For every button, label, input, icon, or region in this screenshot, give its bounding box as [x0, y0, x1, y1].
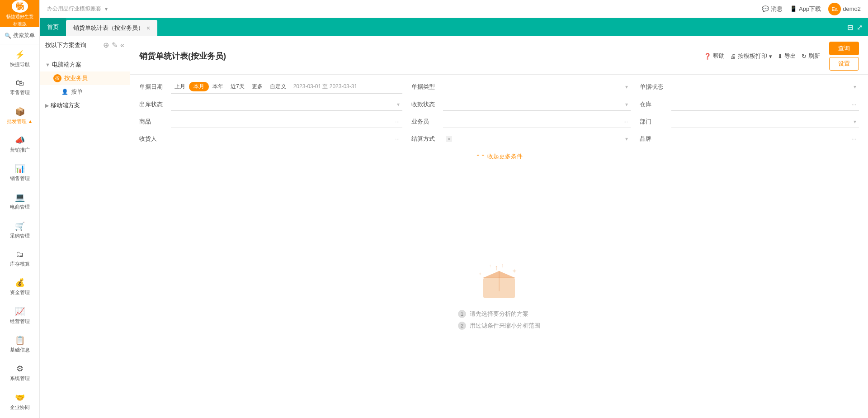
- tree-group-desktop: ▼ 电脑端方案 按 按业务员 👤 按单: [40, 58, 130, 99]
- sales-label: 销售管理: [10, 175, 30, 181]
- settlement-label: 结算方式: [411, 135, 443, 143]
- quick-nav-label: 快捷导航: [10, 61, 30, 67]
- department-label: 部门: [640, 118, 671, 126]
- sidebar-item-operations[interactable]: 📈 经营管理: [0, 301, 39, 330]
- collapse-row: ⌃⌃ 收起更多条件: [139, 150, 859, 163]
- help-action[interactable]: ❓ 帮助: [704, 52, 725, 60]
- settlement-control[interactable]: × ▾: [443, 133, 631, 145]
- tab-close-icon[interactable]: ×: [146, 24, 150, 32]
- sidebar-item-collab[interactable]: 🤝 企业协同: [0, 387, 39, 416]
- sidebar-logo[interactable]: 畅 畅捷通好生意 标准版: [0, 0, 39, 27]
- sidebar-item-basic[interactable]: 📋 基础信息: [0, 330, 39, 358]
- settlement-clear-icon[interactable]: ×: [446, 136, 452, 142]
- ecommerce-label: 电商管理: [10, 204, 30, 210]
- sidebar-item-system[interactable]: ⚙ 系统管理: [0, 358, 39, 387]
- filter-row-1: 单据日期 上月 本月 本年 近7天 更多 自定义 2023-03-01 至 20…: [139, 80, 859, 94]
- tree-group-mobile-label: 移动端方案: [51, 101, 80, 109]
- refresh-action[interactable]: ↻ 刷新: [802, 52, 820, 60]
- filter-doc-type: 单据类型 ▾: [411, 81, 631, 93]
- sidebar: 畅 畅捷通好生意 标准版 🔍 搜索菜单 ⚡ 快捷导航 🛍 零售管理 📦 批发管理…: [0, 0, 40, 418]
- marketing-label: 营销推广: [10, 147, 30, 153]
- tree-group-desktop-header[interactable]: ▼ 电脑端方案: [40, 58, 130, 71]
- basic-icon: 📋: [15, 335, 25, 345]
- receipt-status-control[interactable]: ▾: [443, 98, 631, 111]
- tab-expand: ⊟ ⤢: [847, 23, 868, 32]
- app-download-icon: 📱: [790, 5, 797, 12]
- breadcrumb-text[interactable]: 办公用品行业模拟账套: [47, 5, 101, 13]
- date-btn-last7[interactable]: 近7天: [227, 82, 248, 91]
- user-action[interactable]: Ea demo2: [828, 3, 861, 15]
- app-download-action[interactable]: 📱 App下载: [790, 5, 821, 13]
- sidebar-item-marketing[interactable]: 📣 营销推广: [0, 130, 39, 158]
- tab-active[interactable]: 销货单统计表（按业务员） ×: [66, 20, 157, 36]
- tab-home[interactable]: 首页: [40, 18, 66, 36]
- tab-minimize-icon[interactable]: ⊟: [847, 23, 853, 32]
- sidebar-item-sales[interactable]: 📊 销售管理: [0, 158, 39, 187]
- sidebar-item-inventory[interactable]: 🗂 库存核算: [0, 244, 39, 272]
- sub-child-label-order: 按单: [71, 88, 83, 96]
- tree-group-mobile-header[interactable]: ▶ 移动端方案: [40, 99, 130, 112]
- inventory-label: 库存核算: [10, 261, 30, 267]
- message-label: 消息: [771, 5, 783, 13]
- content-wrapper: 按以下方案查询 ⊕ ✎ « ▼ 电脑端方案 按 按业务员: [40, 36, 868, 418]
- message-action[interactable]: 💬 消息: [762, 5, 783, 13]
- brand-control[interactable]: ···: [671, 133, 859, 145]
- logo-icon: 畅: [12, 0, 28, 13]
- filter-row-3: 商品 ··· 业务员 ··· 部门: [139, 115, 859, 128]
- doc-type-control[interactable]: ▾: [443, 81, 631, 93]
- export-action[interactable]: ⬇ 导出: [778, 52, 796, 60]
- date-btn-more[interactable]: 更多: [248, 82, 266, 91]
- page-header: 销货单统计表(按业务员) ❓ 帮助 🖨 按模板打印 ▾ ⬇ 导出: [130, 36, 868, 75]
- department-control[interactable]: ▾: [671, 115, 859, 128]
- collapse-panel-icon[interactable]: «: [120, 41, 124, 49]
- date-btn-this-month[interactable]: 本月: [189, 82, 209, 91]
- breadcrumb-arrow: ▾: [105, 6, 108, 12]
- sidebar-item-newbie[interactable]: 🎯 新手引导: [0, 416, 39, 418]
- export-icon: ⬇: [778, 53, 783, 60]
- product-control[interactable]: ···: [171, 115, 402, 128]
- date-btn-custom[interactable]: 自定义: [266, 82, 290, 91]
- filter-product: 商品 ···: [139, 115, 402, 128]
- tree-arrow-mobile: ▶: [45, 103, 49, 109]
- operations-label: 经营管理: [10, 318, 30, 324]
- collapse-label: 收起更多条件: [487, 152, 523, 161]
- collapse-button[interactable]: ⌃⌃ 收起更多条件: [476, 152, 523, 161]
- basic-label: 基础信息: [10, 347, 30, 353]
- warehouse-control[interactable]: ···: [671, 98, 859, 111]
- doc-status-control[interactable]: ▾: [671, 81, 859, 93]
- out-status-control[interactable]: ▾: [171, 98, 402, 111]
- print-action[interactable]: 🖨 按模板打印 ▾: [730, 52, 772, 60]
- sidebar-item-retail[interactable]: 🛍 零售管理: [0, 73, 39, 101]
- filter-staff: 业务员 ···: [411, 115, 631, 128]
- sidebar-item-purchase[interactable]: 🛒 采购管理: [0, 216, 39, 244]
- right-panel: 销货单统计表(按业务员) ❓ 帮助 🖨 按模板打印 ▾ ⬇ 导出: [130, 36, 868, 418]
- sidebar-item-ecommerce[interactable]: 💻 电商管理: [0, 187, 39, 215]
- tree-child-by-staff[interactable]: 按 按业务员: [40, 71, 130, 85]
- sidebar-search[interactable]: 🔍 搜索菜单: [0, 27, 39, 44]
- edit-scheme-icon[interactable]: ✎: [112, 41, 118, 49]
- date-btn-this-year[interactable]: 本年: [209, 82, 227, 91]
- wholesale-icon: 📦: [15, 107, 25, 117]
- filter-warehouse: 仓库 ···: [640, 98, 859, 111]
- date-btn-last-month[interactable]: 上月: [171, 82, 189, 91]
- left-panel-header: 按以下方案查询 ⊕ ✎ «: [40, 36, 130, 54]
- left-panel-actions: ⊕ ✎ «: [103, 41, 124, 49]
- query-button[interactable]: 查询: [829, 42, 859, 55]
- tab-expand-icon[interactable]: ⤢: [857, 23, 863, 32]
- tree-sub-child-order[interactable]: 👤 按单: [40, 85, 130, 99]
- consignee-control[interactable]: ···: [171, 133, 402, 145]
- filter-row-2: 出库状态 ▾ 收款状态 ▾ 仓库: [139, 98, 859, 111]
- hint-num-2: 2: [458, 322, 466, 330]
- sidebar-item-wholesale[interactable]: 📦 批发管理 ▲: [0, 101, 39, 130]
- left-panel-title: 按以下方案查询: [45, 41, 86, 49]
- settings-button[interactable]: 设置: [829, 57, 859, 71]
- empty-svg: ↑ ↑ ↑ ✦ ✦: [472, 257, 526, 303]
- sidebar-item-finance[interactable]: 💰 资金管理: [0, 272, 39, 301]
- filter-row-4: 收货人 ··· 结算方式 × ▾: [139, 133, 859, 145]
- add-scheme-icon[interactable]: ⊕: [103, 41, 109, 49]
- date-range-text: 2023-03-01 至 2023-03-31: [293, 83, 357, 90]
- staff-control[interactable]: ···: [443, 115, 631, 128]
- refresh-label: 刷新: [808, 52, 820, 60]
- tree-section: ▼ 电脑端方案 按 按业务员 👤 按单 ▶ 移动端方案: [40, 54, 130, 418]
- sidebar-item-quick-nav[interactable]: ⚡ 快捷导航: [0, 44, 39, 73]
